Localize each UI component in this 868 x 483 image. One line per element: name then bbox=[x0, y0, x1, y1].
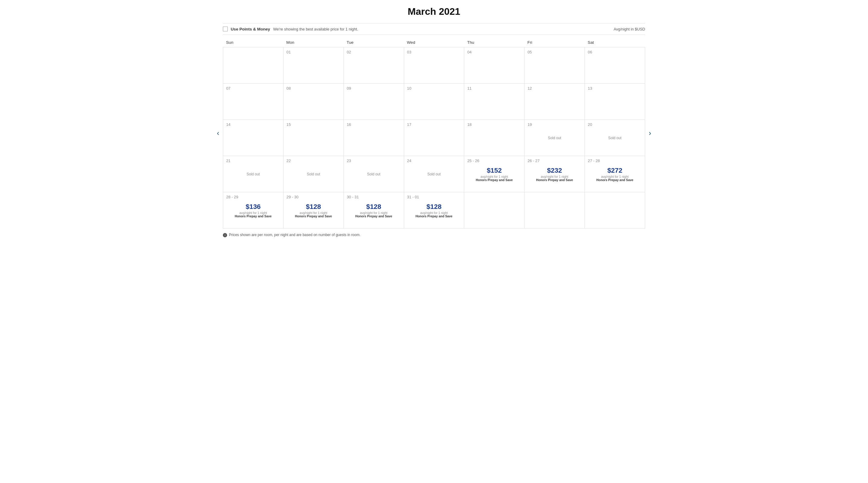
cell-date-number: 01 bbox=[286, 50, 341, 54]
calendar-cell[interactable]: 27 - 28$272avg/night for 1 nightHonors P… bbox=[585, 156, 645, 192]
calendar-row-3: 21Sold out22Sold out23Sold out24Sold out… bbox=[223, 156, 645, 192]
price-amount: $128 bbox=[407, 203, 461, 211]
sold-out-label: Sold out bbox=[367, 172, 380, 176]
calendar-cell: 02 bbox=[343, 48, 404, 84]
cell-date-number: 22 bbox=[286, 159, 341, 163]
calendar-cell: 23Sold out bbox=[343, 156, 404, 192]
cell-date-number: 18 bbox=[467, 122, 521, 127]
price-block: $136avg/night for 1 nightHonors Prepay a… bbox=[226, 203, 280, 218]
prev-month-button[interactable]: ‹ bbox=[214, 126, 222, 140]
calendar-cell: 22Sold out bbox=[283, 156, 343, 192]
price-rate-name: Honors Prepay and Save bbox=[467, 178, 521, 182]
cell-date-number: 14 bbox=[226, 122, 280, 127]
cell-date-number: 04 bbox=[467, 50, 521, 54]
calendar-cell: 03 bbox=[404, 48, 464, 84]
price-amount: $128 bbox=[286, 203, 341, 211]
use-points-label: Use Points & Money bbox=[231, 27, 270, 31]
calendar-row-4: 28 - 29$136avg/night for 1 nightHonors P… bbox=[223, 192, 645, 229]
cell-date-number: 08 bbox=[286, 86, 341, 90]
cell-date-range: 31 - 01 bbox=[407, 195, 461, 199]
cell-date-number: 05 bbox=[527, 50, 582, 54]
next-month-button[interactable]: › bbox=[646, 126, 654, 140]
cell-date-range: 26 - 27 bbox=[527, 159, 582, 163]
price-block: $128avg/night for 1 nightHonors Prepay a… bbox=[347, 203, 401, 218]
calendar-row-0: 010203040506 bbox=[223, 48, 645, 84]
price-rate-name: Honors Prepay and Save bbox=[407, 215, 461, 218]
cell-date-range: 29 - 30 bbox=[286, 195, 341, 199]
cell-date-number: 17 bbox=[407, 122, 461, 127]
calendar-cell: 16 bbox=[343, 120, 404, 156]
calendar-cell[interactable]: 28 - 29$136avg/night for 1 nightHonors P… bbox=[223, 192, 283, 229]
cell-date-range: 28 - 29 bbox=[226, 195, 280, 199]
calendar-cell bbox=[223, 48, 283, 84]
calendar-cell: 04 bbox=[464, 48, 525, 84]
calendar-cell: 18 bbox=[464, 120, 525, 156]
price-sub-text: avg/night for 1 night bbox=[467, 175, 521, 178]
cell-date-range: 27 - 28 bbox=[588, 159, 642, 163]
calendar-nav-wrapper: ‹ › SunMonTueWedThuFriSat 01020304050607… bbox=[223, 38, 645, 229]
calendar-table: SunMonTueWedThuFriSat 010203040506070809… bbox=[223, 38, 645, 229]
cell-date-number: 10 bbox=[407, 86, 461, 90]
calendar-cell bbox=[525, 192, 585, 229]
calendar-cell: 15 bbox=[283, 120, 343, 156]
cell-date-number: 12 bbox=[527, 86, 582, 90]
price-rate-name: Honors Prepay and Save bbox=[347, 215, 401, 218]
cell-date-range: 30 - 31 bbox=[347, 195, 401, 199]
calendar-cell: 13 bbox=[585, 84, 645, 120]
price-sub-text: avg/night for 1 night bbox=[226, 211, 280, 215]
price-sub-text: avg/night for 1 night bbox=[347, 211, 401, 215]
price-amount: $232 bbox=[527, 167, 582, 174]
price-amount: $152 bbox=[467, 167, 521, 174]
calendar-cell: 14 bbox=[223, 120, 283, 156]
cell-date-number: 03 bbox=[407, 50, 461, 54]
calendar-cell: 10 bbox=[404, 84, 464, 120]
calendar-cell bbox=[464, 192, 525, 229]
cell-date-number: 06 bbox=[588, 50, 642, 54]
cell-date-number: 15 bbox=[286, 122, 341, 127]
use-points-checkbox[interactable] bbox=[223, 27, 228, 31]
weekday-header-thu: Thu bbox=[464, 38, 525, 48]
calendar-cell: 20Sold out bbox=[585, 120, 645, 156]
price-block: $152avg/night for 1 nightHonors Prepay a… bbox=[467, 167, 521, 182]
cell-date-range: 25 - 26 bbox=[467, 159, 521, 163]
price-block: $272avg/night for 1 nightHonors Prepay a… bbox=[588, 167, 642, 182]
avg-night-label: Avg/night in $USD bbox=[614, 27, 645, 31]
info-icon: i bbox=[223, 233, 227, 237]
page-title: March 2021 bbox=[223, 6, 645, 17]
price-amount: $136 bbox=[226, 203, 280, 211]
price-sub-text: avg/night for 1 night bbox=[407, 211, 461, 215]
price-sub-text: avg/night for 1 night bbox=[286, 211, 341, 215]
weekday-header-tue: Tue bbox=[343, 38, 404, 48]
cell-date-number: 19 bbox=[527, 122, 582, 127]
weekday-header-fri: Fri bbox=[525, 38, 585, 48]
weekday-header-sun: Sun bbox=[223, 38, 283, 48]
price-rate-name: Honors Prepay and Save bbox=[527, 178, 582, 182]
calendar-cell[interactable]: 29 - 30$128avg/night for 1 nightHonors P… bbox=[283, 192, 343, 229]
sold-out-label: Sold out bbox=[246, 172, 260, 176]
calendar-cell[interactable]: 31 - 01$128avg/night for 1 nightHonors P… bbox=[404, 192, 464, 229]
sold-out-label: Sold out bbox=[608, 136, 622, 140]
calendar-cell: 12 bbox=[525, 84, 585, 120]
calendar-cell[interactable]: 30 - 31$128avg/night for 1 nightHonors P… bbox=[343, 192, 404, 229]
price-rate-name: Honors Prepay and Save bbox=[588, 178, 642, 182]
calendar-cell: 21Sold out bbox=[223, 156, 283, 192]
cell-date-number: 07 bbox=[226, 86, 280, 90]
footer-note-text: Prices shown are per room, per night and… bbox=[229, 233, 361, 237]
calendar-cell: 07 bbox=[223, 84, 283, 120]
price-sub-text: avg/night for 1 night bbox=[588, 175, 642, 178]
calendar-cell[interactable]: 26 - 27$232avg/night for 1 nightHonors P… bbox=[525, 156, 585, 192]
calendar-cell: 24Sold out bbox=[404, 156, 464, 192]
price-block: $128avg/night for 1 nightHonors Prepay a… bbox=[407, 203, 461, 218]
top-bar: Use Points & Money We're showing the bes… bbox=[223, 23, 645, 35]
cell-date-number: 16 bbox=[347, 122, 401, 127]
cell-date-number: 02 bbox=[347, 50, 401, 54]
sold-out-label: Sold out bbox=[427, 172, 441, 176]
weekday-header-sat: Sat bbox=[585, 38, 645, 48]
best-price-text: We're showing the best available price f… bbox=[273, 27, 358, 31]
cell-date-number: 11 bbox=[467, 86, 521, 90]
price-rate-name: Honors Prepay and Save bbox=[226, 215, 280, 218]
cell-date-number: 13 bbox=[588, 86, 642, 90]
calendar-cell[interactable]: 25 - 26$152avg/night for 1 nightHonors P… bbox=[464, 156, 525, 192]
price-block: $128avg/night for 1 nightHonors Prepay a… bbox=[286, 203, 341, 218]
price-rate-name: Honors Prepay and Save bbox=[286, 215, 341, 218]
